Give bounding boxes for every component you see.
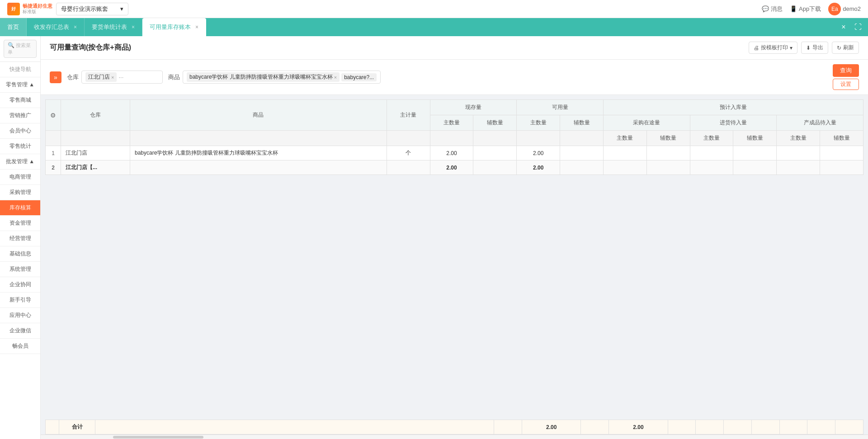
row1-unit: 个 <box>387 146 430 160</box>
sidebar-item-dianshang[interactable]: 电商管理 <box>0 170 40 185</box>
settings-btn[interactable]: 设置 <box>833 79 859 90</box>
th-avail-aux: 辅数量 <box>560 115 604 131</box>
warehouse-filter-input[interactable]: 江北门店 × ··· <box>81 71 163 84</box>
retail-mgmt-label: 零售管理 ▲ <box>6 81 34 89</box>
template-print-label: 按模板打印 <box>761 44 788 52</box>
message-action[interactable]: 💬 消息 <box>762 5 783 13</box>
th-production-pending: 产成品待入量 <box>777 115 863 131</box>
warehouse-filter-group: 仓库 江北门店 × ··· <box>67 71 163 84</box>
nav-tabs-actions: × ⛶ <box>837 21 868 33</box>
th-empty-7 <box>517 131 560 146</box>
th-planned-inbound: 预计入库量 <box>603 100 863 115</box>
row2-production-aux <box>820 160 863 175</box>
th-empty-5 <box>430 131 473 146</box>
summary-label: 合计 <box>59 420 95 434</box>
tab-yaohuo-close[interactable]: × <box>132 24 135 30</box>
sidebar-item-yingxiao[interactable]: 营销推广 <box>0 108 40 123</box>
row1-avail-main: 2.00 <box>517 146 560 160</box>
sidebar-item-kucun[interactable]: 库存核算 <box>0 200 40 216</box>
tab-yaohuo[interactable]: 要货单统计表 × <box>85 18 142 36</box>
row2-transit-main <box>603 160 646 175</box>
sidebar-item-zijin[interactable]: 资金管理 <box>0 216 40 231</box>
logo-text: 畅捷通好生意 <box>23 3 52 9</box>
sidebar-search-area: 🔍 搜索菜单 <box>0 36 40 62</box>
tab-home[interactable]: 首页 <box>0 18 27 36</box>
user-action[interactable]: Ea demo2 <box>828 3 861 15</box>
summary-avail-main: 2.00 <box>609 420 668 434</box>
th-transit-aux: 辅数量 <box>646 131 690 146</box>
refresh-btn[interactable]: ↻ 刷新 <box>832 42 859 54</box>
sidebar-item-yingyong[interactable]: 应用中心 <box>0 308 40 323</box>
table-row: 1 江北门店 babycare学饮杯 儿童防摔防撞吸管杯重力球吸嘴杯宝宝水杯 个… <box>46 146 863 160</box>
settings-icon[interactable]: ⚙ <box>50 112 56 119</box>
product-tag-1-remove[interactable]: × <box>334 75 337 80</box>
sidebar-item-qiye[interactable]: 企业协同 <box>0 277 40 293</box>
filter-expand-btn[interactable]: » <box>50 71 61 83</box>
th-empty-4 <box>387 131 430 146</box>
export-btn[interactable]: ⬇ 导出 <box>801 42 828 54</box>
warehouse-filter-label: 仓库 <box>67 73 79 81</box>
row2-warehouse: 江北门店【... <box>61 160 130 175</box>
sidebar-item-xitong[interactable]: 系统管理 <box>0 262 40 277</box>
th-purchase-arrival: 进货待入量 <box>690 115 777 131</box>
sidebar-item-shangcheng[interactable]: 零售商城 <box>0 93 40 108</box>
template-print-btn[interactable]: 🖨 按模板打印 ▾ <box>749 42 797 54</box>
top-bar-left: 好 畅捷通好生意 标准版 母婴行业演示账套 ▾ <box>7 3 128 15</box>
search-icon: 🔍 <box>8 42 14 48</box>
th-avail-main: 主数量 <box>517 115 560 131</box>
sidebar-item-jingying[interactable]: 经营管理 <box>0 231 40 246</box>
close-tab-btn[interactable]: × <box>837 21 850 33</box>
summary-table: 合计 2.00 2.00 <box>45 420 863 434</box>
row1-production-aux <box>820 146 863 160</box>
product-filter-input[interactable]: babycare学饮杯 儿童防摔防撞吸管杯重力球吸嘴杯宝宝水杯 × babyca… <box>183 71 381 84</box>
sidebar-item-jichu[interactable]: 基础信息 <box>0 246 40 262</box>
query-btn[interactable]: 查询 <box>833 64 859 77</box>
page-header: 可用量查询(按仓库+商品) 🖨 按模板打印 ▾ ⬇ 导出 ↻ 刷新 <box>41 36 868 60</box>
data-table: ⚙ 仓库 商品 主计量 现存量 可用量 预计入库量 主数量 辅数量 主数量 辅数… <box>45 99 863 175</box>
scroll-thumb[interactable] <box>113 436 203 439</box>
sidebar-item-caigou[interactable]: 采购管理 <box>0 185 40 200</box>
th-arrival-aux: 辅数量 <box>733 131 777 146</box>
row1-transit-aux <box>646 146 690 160</box>
row1-transit-main <box>603 146 646 160</box>
summary-current-main: 2.00 <box>522 420 581 434</box>
operations-label: 经营管理 <box>9 235 31 242</box>
row1-current-aux <box>473 146 517 160</box>
row1-arrival-main <box>690 146 733 160</box>
sidebar-item-lingshol[interactable]: 零售管理 ▲ <box>0 77 40 93</box>
sidebar-item-changhui[interactable]: 畅会员 <box>0 339 40 354</box>
row2-unit <box>387 160 430 175</box>
chevron-down-icon: ▾ <box>120 5 123 12</box>
top-bar-right: 💬 消息 📱 App下载 Ea demo2 <box>762 3 861 15</box>
tab-keyongliang[interactable]: 可用量库存账本 × <box>142 18 206 36</box>
tab-shoufacun-label: 收发存汇总表 <box>34 23 69 31</box>
tab-shoufacun[interactable]: 收发存汇总表 × <box>27 18 85 36</box>
sidebar-item-xinshou[interactable]: 新手引导 <box>0 293 40 308</box>
tab-yaohuo-label: 要货单统计表 <box>92 23 127 31</box>
th-current-main: 主数量 <box>430 115 473 131</box>
filter-bar: » 仓库 江北门店 × ··· 商品 babycare学饮杯 儿童防摔防撞吸管杯… <box>41 60 868 95</box>
sidebar-item-wechat[interactable]: 企业微信 <box>0 323 40 339</box>
tab-shoufacun-close[interactable]: × <box>74 24 77 30</box>
print-icon: 🖨 <box>754 45 759 51</box>
export-label: 导出 <box>812 44 823 52</box>
warehouse-tag-remove[interactable]: × <box>111 75 114 80</box>
row2-product <box>130 160 387 175</box>
home-label: 首页 <box>7 23 19 31</box>
product-filter-label: 商品 <box>168 73 180 81</box>
expand-tab-btn[interactable]: ⛶ <box>852 21 864 33</box>
warehouse-more-btn[interactable]: ··· <box>118 74 123 80</box>
tab-keyongliang-close[interactable]: × <box>195 24 198 30</box>
sidebar-item-lingshoutongji[interactable]: 零售统计 <box>0 139 40 154</box>
refresh-label: 刷新 <box>843 44 854 52</box>
company-selector[interactable]: 母婴行业演示账套 ▾ <box>56 3 128 15</box>
enterprise-collab-label: 企业协同 <box>9 281 31 288</box>
horizontal-scrollbar[interactable] <box>41 434 868 439</box>
sidebar-item-huiyuan[interactable]: 会员中心 <box>0 123 40 139</box>
sidebar-item-pifa[interactable]: 批发管理 ▲ <box>0 154 40 170</box>
th-empty-3 <box>130 131 387 146</box>
logo-icon: 好 <box>7 3 20 15</box>
search-menu-input[interactable]: 🔍 搜索菜单 <box>4 40 37 58</box>
product-filter-group: 商品 babycare学饮杯 儿童防摔防撞吸管杯重力球吸嘴杯宝宝水杯 × bab… <box>168 71 381 84</box>
app-download-action[interactable]: 📱 App下载 <box>790 5 821 13</box>
